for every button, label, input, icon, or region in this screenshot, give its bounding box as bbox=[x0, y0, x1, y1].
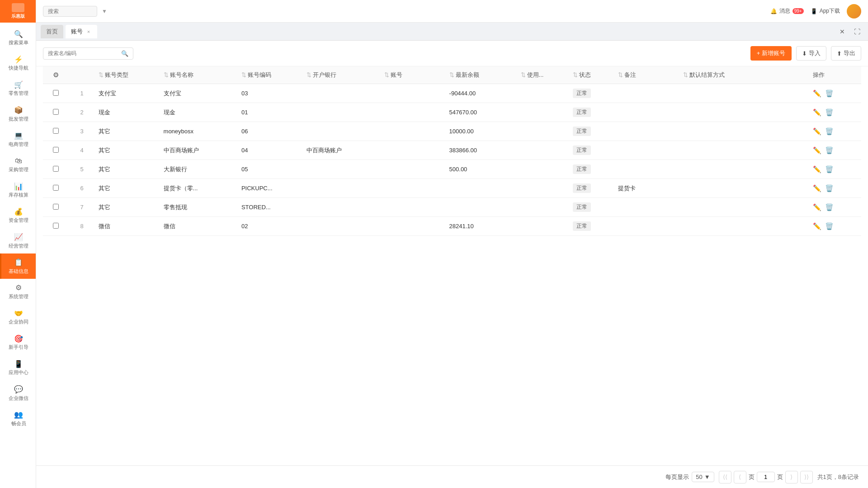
sidebar-item-search-menu[interactable]: 🔍 搜索菜单 bbox=[0, 25, 36, 50]
cell-balance bbox=[446, 198, 517, 217]
edit-icon[interactable]: ✏️ bbox=[813, 165, 821, 174]
cell-type: 其它 bbox=[95, 122, 160, 141]
row-checkbox-input[interactable] bbox=[53, 128, 59, 134]
row-checkbox-input[interactable] bbox=[53, 90, 59, 96]
edit-icon[interactable]: ✏️ bbox=[813, 127, 821, 136]
sidebar-item-quick-nav[interactable]: ⚡ 快捷导航 bbox=[0, 50, 36, 75]
edit-icon[interactable]: ✏️ bbox=[813, 108, 821, 117]
dropdown-arrow-icon[interactable]: ▼ bbox=[102, 8, 107, 14]
app-download-button[interactable]: 📱 App下载 bbox=[811, 7, 840, 15]
row-checkbox[interactable] bbox=[43, 179, 69, 198]
import-label: 导入 bbox=[809, 49, 821, 57]
sidebar-icon-basic-info: 📋 bbox=[14, 258, 23, 267]
sidebar-item-inventory[interactable]: 📊 库存核算 bbox=[0, 177, 36, 202]
sidebar-item-new-guide[interactable]: 🎯 新手引导 bbox=[0, 329, 36, 355]
next-page-button[interactable]: ⟩ bbox=[785, 471, 798, 483]
row-checkbox[interactable] bbox=[43, 217, 69, 236]
cell-remark bbox=[614, 84, 679, 103]
row-checkbox[interactable] bbox=[43, 160, 69, 179]
cell-name: moneybosx bbox=[160, 122, 238, 141]
delete-icon[interactable]: 🗑️ bbox=[825, 108, 834, 117]
edit-icon[interactable]: ✏️ bbox=[813, 203, 821, 211]
sidebar-icon-member: 👥 bbox=[14, 410, 23, 419]
row-checkbox[interactable] bbox=[43, 103, 69, 122]
sidebar-label-new-guide: 新手引导 bbox=[9, 344, 28, 350]
search-icon[interactable]: 🔍 bbox=[121, 50, 128, 57]
row-checkbox[interactable] bbox=[43, 84, 69, 103]
sidebar-item-basic-info[interactable]: 📋 基础信息 bbox=[0, 253, 36, 279]
col-header-remark[interactable]: ⇅备注 bbox=[614, 66, 679, 84]
sidebar-item-ecommerce[interactable]: 💻 电商管理 bbox=[0, 127, 36, 152]
col-header-default_settlement[interactable]: ⇅默认结算方式 bbox=[679, 66, 809, 84]
row-checkbox[interactable] bbox=[43, 141, 69, 160]
top-search-input[interactable] bbox=[43, 6, 97, 17]
search-input[interactable] bbox=[48, 50, 121, 56]
row-checkbox-input[interactable] bbox=[53, 204, 59, 210]
col-header-name[interactable]: ⇅账号名称 bbox=[160, 66, 238, 84]
row-checkbox[interactable] bbox=[43, 198, 69, 217]
settings-col-header[interactable]: ⚙ bbox=[43, 66, 69, 84]
col-header-balance[interactable]: ⇅最新余额 bbox=[446, 66, 517, 84]
edit-icon[interactable]: ✏️ bbox=[813, 89, 821, 98]
last-page-button[interactable]: ⟩⟩ bbox=[800, 471, 813, 483]
sidebar-item-retail[interactable]: 🛒 零售管理 bbox=[0, 75, 36, 101]
sidebar-item-enterprise-wechat[interactable]: 💬 企业微信 bbox=[0, 380, 36, 406]
add-account-button[interactable]: + 新增账号 bbox=[750, 46, 792, 61]
sidebar-item-finance[interactable]: 💰 资金管理 bbox=[0, 202, 36, 228]
cell-name: 大新银行 bbox=[160, 160, 238, 179]
tab-close-icon[interactable]: × bbox=[85, 28, 92, 35]
tab-账号[interactable]: 账号× bbox=[66, 25, 97, 38]
sidebar-item-wholesale[interactable]: 📦 批发管理 bbox=[0, 101, 36, 127]
notification-button[interactable]: 🔔 消息 99+ bbox=[770, 7, 804, 15]
delete-icon[interactable]: 🗑️ bbox=[825, 203, 834, 211]
sidebar-item-system[interactable]: ⚙ 系统管理 bbox=[0, 279, 36, 304]
col-header-code[interactable]: ⇅账号编码 bbox=[238, 66, 303, 84]
table-row: 1支付宝支付宝03-90444.00正常 ✏️ 🗑️ bbox=[43, 84, 861, 103]
row-checkbox-input[interactable] bbox=[53, 166, 59, 172]
col-header-bank[interactable]: ⇅开户银行 bbox=[303, 66, 381, 84]
col-header-account[interactable]: ⇅账号 bbox=[381, 66, 446, 84]
table-row: 5其它大新银行05500.00正常 ✏️ 🗑️ bbox=[43, 160, 861, 179]
cell-remark bbox=[614, 198, 679, 217]
edit-icon[interactable]: ✏️ bbox=[813, 184, 821, 192]
maximize-tab-action[interactable]: ⛶ bbox=[851, 25, 863, 38]
avatar[interactable] bbox=[847, 4, 861, 19]
cell-account bbox=[381, 103, 446, 122]
prev-page-button[interactable]: ⟨ bbox=[734, 471, 746, 483]
row-checkbox-input[interactable] bbox=[53, 147, 59, 153]
sort-icon: ⇅ bbox=[241, 71, 246, 78]
export-button[interactable]: ⬆ 导出 bbox=[831, 46, 861, 61]
sidebar-item-operations[interactable]: 📈 经营管理 bbox=[0, 228, 36, 253]
row-index: 7 bbox=[69, 198, 94, 217]
edit-icon[interactable]: ✏️ bbox=[813, 146, 821, 155]
delete-icon[interactable]: 🗑️ bbox=[825, 89, 834, 98]
col-header-type[interactable]: ⇅账号类型 bbox=[95, 66, 160, 84]
delete-icon[interactable]: 🗑️ bbox=[825, 127, 834, 136]
first-page-button[interactable]: ⟨⟨ bbox=[719, 471, 731, 483]
import-button[interactable]: ⬇ 导入 bbox=[796, 46, 826, 61]
delete-icon[interactable]: 🗑️ bbox=[825, 184, 834, 192]
edit-icon[interactable]: ✏️ bbox=[813, 222, 821, 230]
col-header-usage[interactable]: ⇅使用... bbox=[517, 66, 569, 84]
delete-icon[interactable]: 🗑️ bbox=[825, 222, 834, 230]
settings-icon[interactable]: ⚙ bbox=[53, 71, 59, 79]
cell-code: 03 bbox=[238, 84, 303, 103]
table-body: 1支付宝支付宝03-90444.00正常 ✏️ 🗑️ 2现金现金01547670… bbox=[43, 84, 861, 236]
delete-icon[interactable]: 🗑️ bbox=[825, 165, 834, 174]
sidebar-item-member[interactable]: 👥 畅会员 bbox=[0, 406, 36, 431]
sidebar-item-app-center[interactable]: 📱 应用中心 bbox=[0, 355, 36, 380]
col-header-status[interactable]: ⇅状态 bbox=[569, 66, 615, 84]
cell-name: 支付宝 bbox=[160, 84, 238, 103]
sidebar-item-enterprise-agreement[interactable]: 🤝 企业协同 bbox=[0, 304, 36, 329]
sidebar-item-purchase[interactable]: 🛍 采购管理 bbox=[0, 152, 36, 177]
tab-首页[interactable]: 首页 bbox=[41, 25, 63, 38]
close-tab-action[interactable]: ✕ bbox=[836, 25, 849, 38]
cell-bank bbox=[303, 179, 381, 198]
row-checkbox-input[interactable] bbox=[53, 185, 59, 191]
page-size-select-box[interactable]: 50 ▼ bbox=[692, 472, 714, 482]
row-checkbox-input[interactable] bbox=[53, 223, 59, 229]
row-checkbox[interactable] bbox=[43, 122, 69, 141]
row-checkbox-input[interactable] bbox=[53, 109, 59, 115]
delete-icon[interactable]: 🗑️ bbox=[825, 146, 834, 155]
page-number-input[interactable] bbox=[757, 472, 775, 482]
